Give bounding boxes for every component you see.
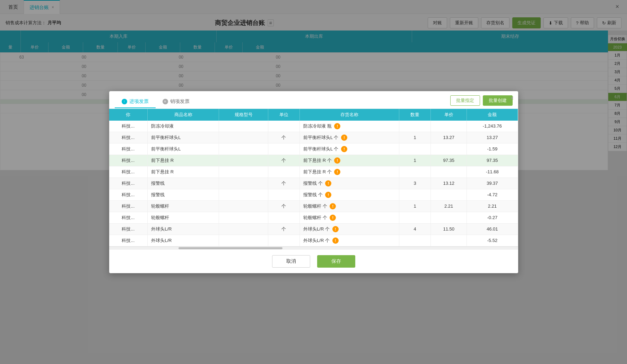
col-qty: 数量 — [399, 109, 431, 121]
cell-product: 前下悬挂 R — [148, 155, 219, 166]
cell-unit — [268, 166, 299, 177]
col-company: 你 — [109, 109, 148, 121]
cell-company: 科技... — [109, 155, 148, 166]
cell-amount: 46.01 — [467, 223, 518, 235]
cell-product: 前平衡杆球头L — [148, 132, 219, 143]
sales-tab-label: 销项发票 — [170, 98, 190, 105]
table-row[interactable]: 科技... 前下悬挂 R 个 前下悬挂 R 个 ! 1 97.35 97.35 — [109, 155, 518, 166]
cell-product: 防冻冷却液 — [148, 121, 219, 132]
col-unit: 单位 — [268, 109, 299, 121]
cell-price — [431, 143, 467, 155]
cell-amount: -1.59 — [467, 143, 518, 155]
cell-amount: -5.52 — [467, 235, 518, 246]
cell-spec — [219, 200, 268, 212]
cell-spec — [219, 212, 268, 223]
batch-create-button[interactable]: 批量创建 — [483, 95, 513, 106]
cell-price: 13.12 — [431, 177, 467, 189]
col-product: 商品名称 — [148, 109, 219, 121]
cell-inventory: 前平衡杆球头L 个 ! — [300, 143, 399, 155]
cell-qty — [399, 121, 431, 132]
cell-company: 科技... — [109, 223, 148, 235]
warning-icon: ! — [341, 146, 347, 152]
cell-inventory: 前平衡杆球头L 个 ! — [300, 132, 399, 143]
cell-price — [431, 166, 467, 177]
cell-inventory: 前下悬挂 R 个 ! — [300, 166, 399, 177]
cell-qty — [399, 166, 431, 177]
cell-price: 97.35 — [431, 155, 467, 166]
modal-close-button[interactable]: × — [510, 95, 514, 102]
cell-price: 13.27 — [431, 132, 467, 143]
save-button[interactable]: 保存 — [317, 255, 355, 268]
cancel-button[interactable]: 取消 — [272, 255, 310, 268]
cell-company: 科技... — [109, 132, 148, 143]
table-row[interactable]: 科技... 前下悬挂 R 前下悬挂 R 个 ! -11.68 — [109, 166, 518, 177]
cell-company: 科技... — [109, 212, 148, 223]
modal-table: 你 商品名称 规格型号 单位 存货名称 数量 单价 金额 科技... 防冻冷却液 — [109, 109, 518, 246]
warning-icon: ! — [330, 215, 336, 221]
warning-icon: ! — [341, 135, 347, 141]
cell-amount: -1,243.76 — [467, 121, 518, 132]
cell-qty — [399, 143, 431, 155]
cell-unit — [268, 121, 299, 132]
cell-qty — [399, 235, 431, 246]
cell-spec — [219, 177, 268, 189]
cell-product: 外球头L/R — [148, 223, 219, 235]
cell-product: 报警线 — [148, 189, 219, 200]
cell-spec — [219, 166, 268, 177]
table-row[interactable]: 科技... 轮毂螺杆 轮毂螺杆 个 ! -0.27 — [109, 212, 518, 223]
col-amount: 金额 — [467, 109, 518, 121]
cell-price — [431, 189, 467, 200]
cell-unit: 个 — [268, 177, 299, 189]
cell-amount: 13.27 — [467, 132, 518, 143]
tab-sales-invoice[interactable]: ≡ 销项发票 — [156, 96, 197, 108]
purchase-tab-icon: ↑ — [122, 99, 127, 104]
table-row[interactable]: 科技... 报警线 个 报警线 个 ! 3 13.12 39.37 — [109, 177, 518, 189]
cell-company: 科技... — [109, 121, 148, 132]
cell-inventory: 轮毂螺杆 个 ! — [300, 200, 399, 212]
cell-amount: 97.35 — [467, 155, 518, 166]
warning-icon: ! — [334, 157, 340, 164]
cell-price — [431, 235, 467, 246]
cell-inventory: 轮毂螺杆 个 ! — [300, 212, 399, 223]
cell-qty: 3 — [399, 177, 431, 189]
cell-spec — [219, 121, 268, 132]
cell-product: 轮毂螺杆 — [148, 200, 219, 212]
col-spec: 规格型号 — [219, 109, 268, 121]
cell-spec — [219, 143, 268, 155]
cell-unit — [268, 143, 299, 155]
modal-footer: 取消 保存 — [109, 249, 518, 273]
cell-price: 2.21 — [431, 200, 467, 212]
cell-unit — [268, 189, 299, 200]
cell-company: 科技... — [109, 143, 148, 155]
cell-amount: -4.72 — [467, 189, 518, 200]
cell-product: 报警线 — [148, 177, 219, 189]
cell-spec — [219, 155, 268, 166]
cell-unit — [268, 235, 299, 246]
table-row[interactable]: 科技... 防冻冷却液 防冻冷却液 瓶 ! -1,243.76 — [109, 121, 518, 132]
warning-icon: ! — [325, 180, 331, 187]
horizontal-scrollbar[interactable] — [109, 246, 518, 249]
table-row[interactable]: 科技... 外球头L/R 个 外球头L/R 个 ! 4 11.50 46.01 — [109, 223, 518, 235]
warning-icon: ! — [332, 237, 339, 244]
table-row[interactable]: 科技... 轮毂螺杆 个 轮毂螺杆 个 ! 1 2.21 2.21 — [109, 200, 518, 212]
table-row[interactable]: 科技... 前平衡杆球头L 个 前平衡杆球头L 个 ! 1 13.27 13.2… — [109, 132, 518, 143]
cell-company: 科技... — [109, 235, 148, 246]
cell-qty: 1 — [399, 200, 431, 212]
tab-purchase-invoice[interactable]: ↑ 进项发票 — [115, 96, 156, 108]
scrollbar-thumb[interactable] — [178, 247, 282, 249]
col-inventory: 存货名称 — [300, 109, 399, 121]
batch-assign-button[interactable]: 批量指定 — [450, 95, 480, 106]
cell-company: 科技... — [109, 177, 148, 189]
cell-spec — [219, 132, 268, 143]
table-row[interactable]: 科技... 前平衡杆球头L 前平衡杆球头L 个 ! -1.59 — [109, 143, 518, 155]
cell-product: 前下悬挂 R — [148, 166, 219, 177]
table-row[interactable]: 科技... 外球头L/R 外球头L/R 个 ! -5.52 — [109, 235, 518, 246]
cell-unit — [268, 212, 299, 223]
cell-price — [431, 212, 467, 223]
col-price: 单价 — [431, 109, 467, 121]
cell-inventory: 前下悬挂 R 个 ! — [300, 155, 399, 166]
modal-dialog: ↑ 进项发票 ≡ 销项发票 批量指定 批量创建 × 你 商品名称 规格型号 — [109, 91, 518, 273]
cell-qty — [399, 189, 431, 200]
modal-overlay: ↑ 进项发票 ≡ 销项发票 批量指定 批量创建 × 你 商品名称 规格型号 — [0, 0, 627, 364]
table-row[interactable]: 科技... 报警线 报警线 个 ! -4.72 — [109, 189, 518, 200]
